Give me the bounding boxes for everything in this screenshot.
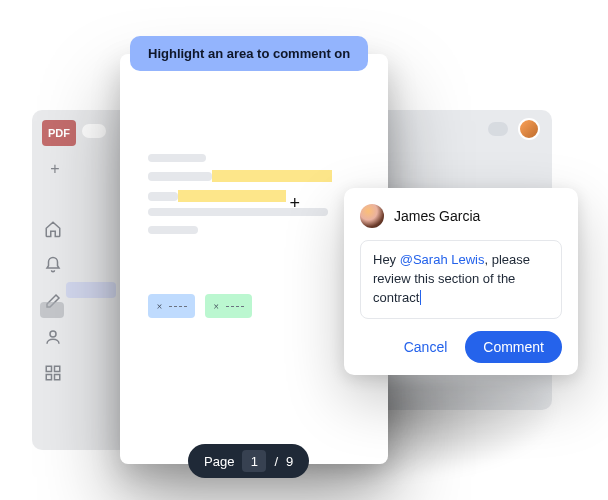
signature-field-1[interactable]: × [148,294,195,318]
text-placeholder [148,226,198,234]
pagination-label: Page [204,454,234,469]
signature-field-2[interactable]: × [205,294,252,318]
highlight-region[interactable] [178,190,286,202]
comment-popover: James Garcia Hey @Sarah Lewis, please re… [344,188,578,375]
text-placeholder [148,172,212,181]
background-selected-row [66,282,116,298]
highlight-row[interactable] [148,172,360,182]
background-avatar [518,118,540,140]
pdf-badge: PDF [42,120,76,146]
signature-scribble-icon: × [156,301,163,312]
text-placeholder [148,208,328,216]
mention-chip[interactable]: @Sarah Lewis [400,252,485,267]
grid-icon [44,364,62,382]
background-row [40,302,64,318]
signature-line [169,306,187,307]
background-toggle [82,124,106,138]
comment-header: James Garcia [360,204,562,228]
comment-author-name: James Garcia [394,208,480,224]
sidebar-icon-stack [44,220,62,382]
comment-actions: Cancel Comment [360,331,562,363]
svg-rect-1 [46,366,51,371]
highlight-row[interactable]: + [148,192,360,202]
signature-scribble-icon: × [213,301,220,312]
highlight-region[interactable] [212,170,332,182]
text-placeholder [148,192,178,201]
plus-icon: + [48,162,62,176]
crosshair-cursor-icon: + [289,194,300,212]
comment-button[interactable]: Comment [465,331,562,363]
svg-rect-3 [46,375,51,380]
text-placeholder [148,154,206,162]
svg-rect-2 [55,366,60,371]
pagination-current-page[interactable]: 1 [242,450,266,472]
text-caret-icon [420,290,421,305]
pagination-separator: / [274,454,278,469]
stage: PDF + Highlight an area to comment on + [0,0,608,500]
pagination-bar[interactable]: Page 1 / 9 [188,444,309,478]
pagination-total-pages: 9 [286,454,293,469]
svg-rect-4 [55,375,60,380]
bell-icon [44,256,62,274]
home-icon [44,220,62,238]
comment-input[interactable]: Hey @Sarah Lewis, please review this sec… [360,240,562,319]
avatar [360,204,384,228]
user-icon [44,328,62,346]
comment-text-part: Hey [373,252,400,267]
cancel-button[interactable]: Cancel [392,331,460,363]
background-pill [488,122,508,136]
highlight-tooltip: Highlight an area to comment on [130,36,368,71]
svg-point-0 [50,331,56,337]
signature-line [226,306,244,307]
